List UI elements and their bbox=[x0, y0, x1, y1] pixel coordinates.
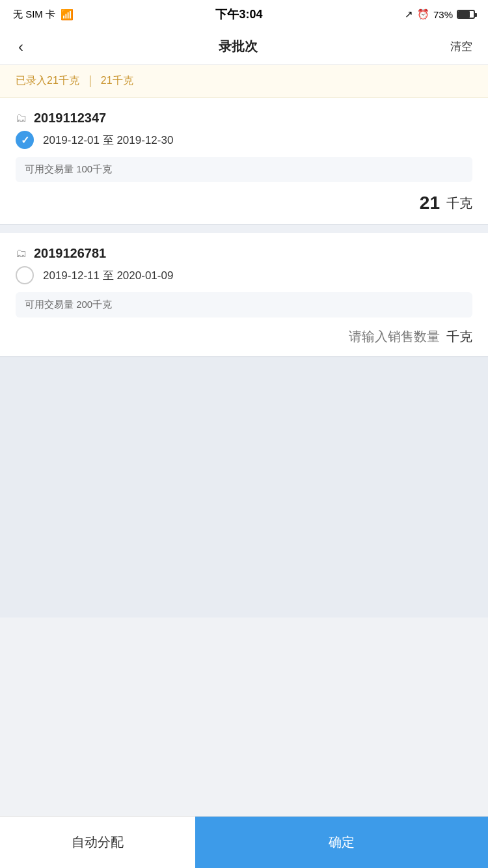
status-time: 下午3:04 bbox=[215, 7, 262, 22]
batch-2-radio[interactable] bbox=[16, 266, 34, 284]
status-left: 无 SIM 卡 📶 bbox=[13, 8, 74, 21]
status-right: ↗ ⏰ 73% bbox=[405, 8, 475, 20]
back-button[interactable]: ‹ bbox=[16, 35, 26, 59]
batch-1-radio[interactable] bbox=[16, 131, 34, 149]
batch-2-date: 2019-12-11 至 2020-01-09 bbox=[43, 268, 173, 283]
batch-1-header: 🗂 2019112347 bbox=[16, 111, 472, 126]
batch-2-item: 🗂 2019126781 2019-12-11 至 2020-01-09 可用交… bbox=[0, 233, 488, 318]
batch-1-quantity-unit: 千克 bbox=[446, 195, 472, 212]
section-divider bbox=[0, 225, 488, 233]
batch-1-quantity-value: 21 bbox=[420, 193, 440, 213]
wifi-icon: 📶 bbox=[61, 8, 74, 21]
battery-icon bbox=[457, 10, 475, 19]
batch-2-input-row: 千克 bbox=[0, 318, 488, 357]
batch-1-section: 🗂 2019112347 2019-12-01 至 2019-12-30 可用交… bbox=[0, 98, 488, 225]
summary-divider bbox=[90, 75, 90, 87]
batch-2-quantity-input[interactable] bbox=[271, 329, 440, 344]
summary-recorded: 已录入21千克 bbox=[16, 74, 79, 88]
batch-2-date-row: 2019-12-11 至 2020-01-09 bbox=[16, 266, 472, 284]
batch-2-id: 2019126781 bbox=[34, 246, 106, 261]
location-icon: ↗ bbox=[405, 8, 413, 20]
alarm-icon: ⏰ bbox=[417, 8, 429, 20]
batch-2-availability: 可用交易量 200千克 bbox=[16, 292, 472, 318]
batch-2-section: 🗂 2019126781 2019-12-11 至 2020-01-09 可用交… bbox=[0, 233, 488, 357]
clear-button[interactable]: 清空 bbox=[450, 39, 472, 54]
confirm-button[interactable]: 确定 bbox=[195, 817, 488, 868]
empty-area bbox=[0, 357, 488, 617]
batch-2-id-icon: 🗂 bbox=[16, 247, 27, 260]
carrier-label: 无 SIM 卡 bbox=[13, 8, 55, 21]
auto-distribute-button[interactable]: 自动分配 bbox=[0, 817, 195, 868]
summary-banner: 已录入21千克 21千克 bbox=[0, 65, 488, 98]
batch-1-date: 2019-12-01 至 2019-12-30 bbox=[43, 133, 173, 148]
batch-1-item: 🗂 2019112347 2019-12-01 至 2019-12-30 可用交… bbox=[0, 98, 488, 182]
batch-1-id-icon: 🗂 bbox=[16, 111, 27, 125]
batch-1-id: 2019112347 bbox=[34, 111, 106, 126]
battery-percent: 73% bbox=[433, 9, 453, 20]
batch-2-header: 🗂 2019126781 bbox=[16, 246, 472, 261]
batch-1-availability: 可用交易量 100千克 bbox=[16, 157, 472, 182]
batch-1-date-row: 2019-12-01 至 2019-12-30 bbox=[16, 131, 472, 149]
batch-1-quantity-row: 21 千克 bbox=[0, 182, 488, 225]
page-title: 录批次 bbox=[219, 38, 258, 55]
batch-2-unit: 千克 bbox=[446, 328, 472, 346]
nav-bar: ‹ 录批次 清空 bbox=[0, 29, 488, 65]
summary-total: 21千克 bbox=[101, 74, 133, 88]
status-bar: 无 SIM 卡 📶 下午3:04 ↗ ⏰ 73% bbox=[0, 0, 488, 29]
bottom-bar: 自动分配 确定 bbox=[0, 816, 488, 868]
